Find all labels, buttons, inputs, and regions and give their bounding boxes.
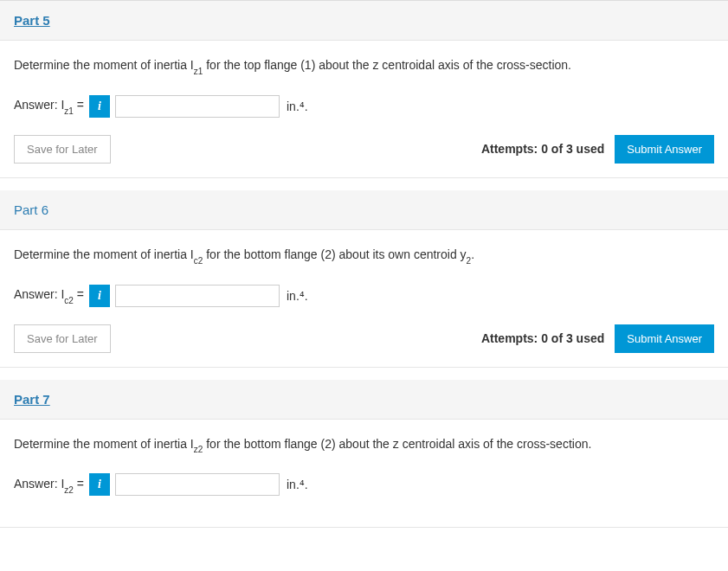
prompt-sub: z2 <box>194 445 203 454</box>
prompt-rest: for the bottom flange (2) about the z ce… <box>203 437 591 451</box>
answer-label: Answer: Iz1 = <box>14 98 84 114</box>
part-5-prompt: Determine the moment of inertia Iz1 for … <box>14 58 714 74</box>
unit-label: in.⁴. <box>287 99 308 113</box>
part-6-prompt: Determine the moment of inertia Ic2 for … <box>14 247 714 264</box>
submit-answer-button[interactable]: Submit Answer <box>615 135 714 164</box>
answer-row: Answer: Iz1 = i in.⁴. <box>14 95 714 118</box>
part-7-body: Determine the moment of inertia Iz2 for … <box>0 420 728 528</box>
answer-label: Answer: Iz2 = <box>14 477 84 493</box>
prompt-sub2: 2 <box>467 256 472 266</box>
answer-row: Answer: Ic2 = i in.⁴. <box>14 285 714 307</box>
answer-row: Answer: Iz2 = i in.⁴. <box>14 473 714 496</box>
save-for-later-button[interactable]: Save for Later <box>14 324 111 353</box>
save-for-later-button[interactable]: Save for Later <box>14 135 111 164</box>
part-5: Part 5 Determine the moment of inertia I… <box>0 1 728 178</box>
answer-input[interactable] <box>115 285 280 307</box>
footer-row: Save for Later Attempts: 0 of 3 used Sub… <box>14 324 714 353</box>
prompt-text: Determine the moment of inertia I <box>14 247 194 261</box>
part-6-body: Determine the moment of inertia Ic2 for … <box>0 230 728 367</box>
prompt-rest: for the top flange (1) about the z centr… <box>203 58 571 72</box>
submit-answer-button[interactable]: Submit Answer <box>615 324 714 353</box>
part-7-prompt: Determine the moment of inertia Iz2 for … <box>14 437 714 453</box>
attempts-text: Attempts: 0 of 3 used <box>481 331 604 345</box>
attempts-text: Attempts: 0 of 3 used <box>481 142 604 156</box>
unit-label: in.⁴. <box>287 478 308 491</box>
info-icon[interactable]: i <box>89 473 110 496</box>
prompt-sub: z1 <box>194 67 203 76</box>
part-6-header[interactable]: Part 6 <box>0 190 728 230</box>
part-5-body: Determine the moment of inertia Iz1 for … <box>0 41 728 177</box>
unit-label: in.⁴. <box>287 289 308 303</box>
prompt-rest: for the bottom flange (2) about its own … <box>203 247 466 261</box>
info-icon[interactable]: i <box>89 285 110 307</box>
prompt-text: Determine the moment of inertia I <box>14 58 194 72</box>
info-icon[interactable]: i <box>89 95 110 118</box>
answer-input[interactable] <box>115 95 280 118</box>
answer-input[interactable] <box>115 473 280 496</box>
footer-row: Save for Later Attempts: 0 of 3 used Sub… <box>14 135 714 164</box>
part-7-header[interactable]: Part 7 <box>0 380 728 420</box>
part-7: Part 7 Determine the moment of inertia I… <box>0 380 728 529</box>
part-5-header[interactable]: Part 5 <box>0 1 728 41</box>
part-6: Part 6 Determine the moment of inertia I… <box>0 190 728 368</box>
answer-label: Answer: Ic2 = <box>14 287 84 304</box>
prompt-text: Determine the moment of inertia I <box>14 437 194 451</box>
prompt-end: . <box>471 247 474 261</box>
prompt-sub: c2 <box>194 256 203 266</box>
